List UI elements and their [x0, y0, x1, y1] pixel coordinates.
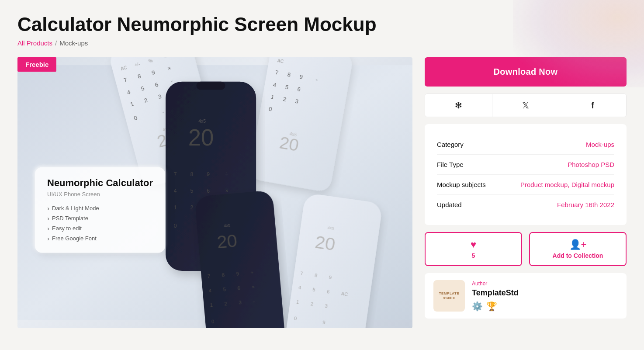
- meta-row-subjects: Mockup subjects Product mockup, Digital …: [437, 175, 614, 195]
- info-card-features: Dark & Light Mode PSD Template Easy to e…: [47, 204, 153, 242]
- svg-text:4: 4: [174, 188, 177, 194]
- author-info: Author TemplateStd ⚙️ 🏆: [472, 281, 519, 312]
- twitter-icon: 𝕏: [522, 100, 529, 111]
- breadcrumb: All Products / Mock-ups: [17, 39, 627, 47]
- mockup-image: AC +/- % ÷ 7 8 9 × 4 5 6 - 1 2 3: [17, 57, 412, 328]
- page-title: Calculator Neumorphic Screen Mockup: [17, 14, 627, 35]
- freebie-badge: Freebie: [17, 57, 56, 72]
- meta-card: Category Mock-ups File Type Photoshop PS…: [425, 124, 627, 225]
- svg-text:9: 9: [207, 172, 210, 178]
- svg-text:7: 7: [208, 274, 211, 280]
- svg-text:0: 0: [174, 223, 177, 229]
- author-label: Author: [472, 281, 519, 287]
- svg-text:5: 5: [223, 287, 226, 293]
- svg-text:20: 20: [314, 232, 336, 255]
- author-avatar-inner: TEMPLATE studio: [439, 291, 460, 301]
- svg-text:0: 0: [211, 319, 215, 325]
- svg-text:3: 3: [239, 300, 242, 306]
- svg-text:8: 8: [222, 273, 225, 278]
- meta-value-filetype: Photoshop PSD: [498, 161, 614, 168]
- svg-text:2: 2: [224, 301, 227, 307]
- meta-value-updated: February 16th 2022: [498, 201, 614, 208]
- svg-text:20: 20: [278, 133, 300, 155]
- author-card: TEMPLATE studio Author TemplateStd ⚙️ 🏆: [425, 273, 627, 319]
- info-card-title: Neumorphic Calculator: [47, 178, 153, 189]
- svg-text:20: 20: [188, 125, 214, 150]
- social-row: ❇ 𝕏 f: [425, 94, 627, 117]
- svg-text:6: 6: [237, 286, 240, 291]
- meta-value-category: Mock-ups: [498, 141, 614, 148]
- meta-row-updated: Updated February 16th 2022: [437, 195, 614, 215]
- meta-label-updated: Updated: [437, 201, 498, 208]
- facebook-button[interactable]: f: [559, 94, 626, 117]
- trophy-badge-icon: 🏆: [486, 301, 497, 312]
- svg-rect-39: [197, 82, 225, 90]
- meta-label-category: Category: [437, 141, 498, 148]
- meta-label-subjects: Mockup subjects: [437, 181, 498, 188]
- svg-text:×: ×: [252, 284, 255, 290]
- twitter-button[interactable]: 𝕏: [492, 94, 560, 117]
- add-to-collection-button[interactable]: 👤+ Add to Collection: [529, 232, 627, 266]
- svg-text:1: 1: [174, 204, 177, 211]
- svg-text:5: 5: [190, 188, 194, 194]
- author-avatar: TEMPLATE studio: [433, 280, 465, 312]
- meta-value-subjects: Product mockup, Digital mockup: [498, 181, 614, 188]
- svg-text:AC: AC: [341, 291, 348, 297]
- feature-1: Dark & Light Mode: [47, 204, 153, 212]
- svg-text:7: 7: [174, 172, 177, 178]
- svg-text:9: 9: [236, 271, 239, 277]
- image-section: Freebie: [17, 57, 412, 328]
- verified-badge-icon: ⚙️: [472, 301, 483, 312]
- svg-text:÷: ÷: [250, 270, 253, 275]
- feature-4: Free Google Font: [47, 235, 153, 242]
- svg-text:2: 2: [190, 204, 194, 211]
- svg-text:4x5: 4x5: [198, 119, 206, 124]
- svg-text:6: 6: [207, 188, 210, 194]
- author-badges: ⚙️ 🏆: [472, 301, 519, 312]
- meta-row-category: Category Mock-ups: [437, 135, 614, 155]
- svg-text:1: 1: [210, 302, 213, 308]
- facebook-icon: f: [591, 100, 594, 111]
- sidebar: Download Now ❇ 𝕏 f Category Mock-ups: [425, 57, 627, 319]
- info-card-subtitle: UI/UX Phone Screen: [47, 191, 153, 198]
- svg-text:20: 20: [216, 230, 238, 253]
- info-card: Neumorphic Calculator UI/UX Phone Screen…: [35, 167, 165, 253]
- page-wrapper: Calculator Neumorphic Screen Mockup All …: [0, 0, 644, 346]
- breadcrumb-separator: /: [55, 39, 57, 47]
- svg-text:4x5: 4x5: [327, 225, 335, 231]
- svg-text:÷: ÷: [225, 172, 229, 178]
- breadcrumb-all-products[interactable]: All Products: [17, 39, 52, 47]
- author-name: TemplateStd: [472, 288, 519, 298]
- pinterest-button[interactable]: ❇: [425, 94, 492, 117]
- action-row: ♥ 5 👤+ Add to Collection: [425, 232, 627, 266]
- collection-icon: 👤+: [569, 239, 587, 250]
- svg-text:8: 8: [190, 172, 194, 178]
- svg-rect-57: [194, 190, 286, 328]
- meta-row-filetype: File Type Photoshop PSD: [437, 155, 614, 175]
- svg-text:4: 4: [208, 288, 211, 294]
- download-button[interactable]: Download Now: [425, 57, 627, 87]
- like-button[interactable]: ♥ 5: [425, 232, 522, 266]
- feature-3: Easy to edit: [47, 225, 153, 232]
- svg-text:×: ×: [225, 188, 229, 194]
- breadcrumb-current: Mock-ups: [59, 39, 88, 47]
- content-layout: Freebie: [17, 57, 627, 328]
- feature-2: PSD Template: [47, 215, 153, 222]
- like-count: 5: [472, 252, 475, 259]
- meta-label-filetype: File Type: [437, 161, 498, 168]
- collection-label: Add to Collection: [553, 252, 603, 259]
- svg-text:4x5: 4x5: [224, 223, 231, 228]
- pinterest-icon: ❇: [455, 100, 462, 111]
- heart-icon: ♥: [471, 239, 476, 250]
